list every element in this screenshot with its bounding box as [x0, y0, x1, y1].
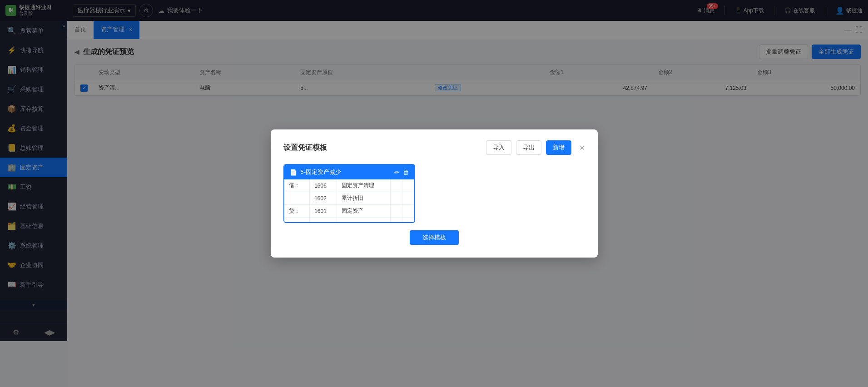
select-template-button[interactable]: 选择模板 — [410, 230, 459, 245]
modal-header: 设置凭证模板 导入 导出 新增 × — [283, 140, 585, 155]
entry-col4-1 — [402, 192, 414, 205]
modal-title: 设置凭证模板 — [283, 143, 327, 153]
entry-type-0: 借： — [284, 179, 310, 192]
template-header-left: 📄 5-固定资产减少 — [290, 168, 342, 176]
entry-col4-2 — [402, 205, 414, 218]
entry-col4-3 — [402, 218, 414, 223]
export-button[interactable]: 导出 — [516, 140, 541, 155]
modal-overlay: 设置凭证模板 导入 导出 新增 × 📄 5-固定资产减少 — [0, 0, 868, 387]
entry-col4-0 — [402, 179, 414, 192]
entry-col3-0 — [390, 179, 402, 192]
entry-code-0: 1606 — [310, 179, 337, 192]
entry-subject-2: 固定资产 — [337, 205, 390, 218]
modal-close-button[interactable]: × — [580, 143, 585, 152]
template-row-2: 贷： 1601 固定资产 — [284, 205, 414, 218]
entry-col3-2 — [390, 205, 402, 218]
template-card: 📄 5-固定资产减少 ✏ 🗑 借： — [283, 164, 415, 223]
delete-icon[interactable]: 🗑 — [403, 169, 409, 176]
template-row-3 — [284, 218, 414, 223]
entry-col3-3 — [390, 218, 402, 223]
template-row-0: 借： 1606 固定资产清理 — [284, 179, 414, 192]
entry-subject-3 — [337, 218, 390, 223]
entry-col3-1 — [390, 192, 402, 205]
template-card-body: 借： 1606 固定资产清理 1602 累计折旧 — [284, 179, 414, 222]
entry-code-1: 1602 — [310, 192, 337, 205]
template-action-icons: ✏ 🗑 — [394, 169, 409, 176]
entry-subject-0: 固定资产清理 — [337, 179, 390, 192]
edit-icon[interactable]: ✏ — [394, 169, 399, 176]
template-title: 固定资产减少 — [306, 169, 341, 175]
entry-subject-1: 累计折旧 — [337, 192, 390, 205]
modal-body: 📄 5-固定资产减少 ✏ 🗑 借： — [283, 164, 585, 245]
template-row-1: 1602 累计折旧 — [284, 192, 414, 205]
entry-type-1 — [284, 192, 310, 205]
template-name: 5-固定资产减少 — [301, 168, 342, 176]
entry-code-3 — [310, 218, 337, 223]
template-file-icon: 📄 — [290, 169, 297, 176]
entry-type-2: 贷： — [284, 205, 310, 218]
modal-toolbar: 导入 导出 新增 × — [486, 140, 585, 155]
import-button[interactable]: 导入 — [486, 140, 511, 155]
modal-dialog: 设置凭证模板 导入 导出 新增 × 📄 5-固定资产减少 — [271, 129, 598, 258]
new-button[interactable]: 新增 — [546, 140, 571, 155]
entry-type-3 — [284, 218, 310, 223]
entry-code-2: 1601 — [310, 205, 337, 218]
template-entries-table: 借： 1606 固定资产清理 1602 累计折旧 — [284, 179, 414, 222]
template-card-header: 📄 5-固定资产减少 ✏ 🗑 — [284, 165, 414, 179]
